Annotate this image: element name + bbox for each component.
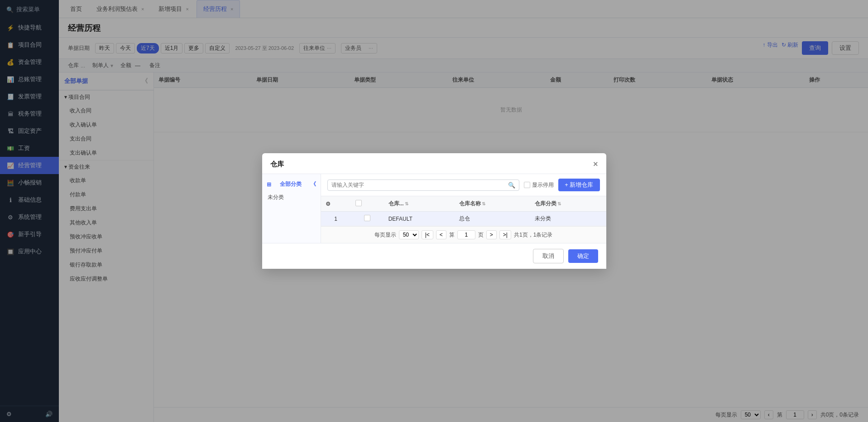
row-check-1[interactable] [364,215,370,221]
show-disabled-text: 显示停用 [532,181,554,189]
all-category-icon: ⊞ [267,181,271,188]
add-warehouse-btn[interactable]: + 新增仓库 [558,179,599,191]
show-disabled-checkbox[interactable] [524,182,530,188]
modal-title: 仓库 [270,160,284,169]
warehouse-modal: 仓库 × ⊞ 全部分类 《 未分类 [262,153,606,269]
modal-col-code[interactable]: 仓库...⇅ [384,196,455,212]
modal-header-checkbox[interactable] [355,200,362,206]
modal-overlay: 仓库 × ⊞ 全部分类 《 未分类 [0,0,868,422]
modal-col-category[interactable]: 仓库分类⇅ [530,196,606,212]
modal-per-page-select[interactable]: 50 [399,230,419,239]
modal-page-input[interactable] [457,230,475,239]
modal-table-row[interactable]: 1 DEFAULT 总仓 未分类 [321,212,606,226]
modal-last-page-btn[interactable]: >| [499,230,511,239]
modal-col-checkbox [351,196,384,212]
confirm-btn[interactable]: 确定 [568,249,598,263]
modal-pagination: 每页显示 50 |< < 算 页 > >| 共1页，1条记录 [321,226,606,243]
modal-prev-page-btn[interactable]: < [436,230,446,239]
modal-close-btn[interactable]: × [593,160,598,169]
sort-icon-category: ⇅ [557,201,561,206]
modal-all-category[interactable]: ⊞ 全部分类 《 [262,178,321,191]
modal-toolbar: 🔍 显示停用 + 新增仓库 [321,174,606,196]
row-name: 总仓 [455,212,530,226]
modal-left-panel: ⊞ 全部分类 《 未分类 [262,174,321,243]
modal-search-box[interactable]: 🔍 [327,179,520,191]
sort-icon-code: ⇅ [405,201,408,206]
sort-icon-name: ⇅ [482,201,485,206]
modal-col-name[interactable]: 仓库名称⇅ [455,196,530,212]
modal-header: 仓库 × [262,153,606,174]
modal-page-unit: 页 [478,231,484,239]
modal-first-page-btn[interactable]: |< [422,230,433,239]
modal-right-panel: 🔍 显示停用 + 新增仓库 ⚙仓库...⇅仓库名称⇅仓库分类⇅ 1 [321,174,606,243]
show-disabled-label[interactable]: 显示停用 [524,181,554,189]
modal-search-input[interactable] [331,182,508,188]
modal-total-text: 共1页，1条记录 [514,231,552,239]
modal-per-page-label: 每页显示 [374,231,396,239]
modal-uncategorized-item[interactable]: 未分类 [262,191,321,204]
modal-table: ⚙仓库...⇅仓库名称⇅仓库分类⇅ 1 DEFAULT 总仓 未分类 [321,196,606,226]
modal-col-settings: ⚙ [321,196,351,212]
cancel-btn[interactable]: 取消 [533,249,564,263]
row-checkbox[interactable] [351,212,384,226]
uncategorized-label: 未分类 [268,194,284,200]
modal-body: ⊞ 全部分类 《 未分类 🔍 显示停 [262,174,606,243]
all-category-label: 全部分类 [280,180,302,188]
modal-search-icon: 🔍 [508,182,515,189]
modal-next-page-btn[interactable]: > [486,230,497,239]
modal-footer: 取消 确定 [262,243,606,269]
row-index: 1 [321,212,351,226]
row-category: 未分类 [530,212,606,226]
row-code: DEFAULT [384,212,455,226]
modal-page-label: 算 [449,231,455,239]
modal-collapse-icon[interactable]: 《 [311,180,316,188]
